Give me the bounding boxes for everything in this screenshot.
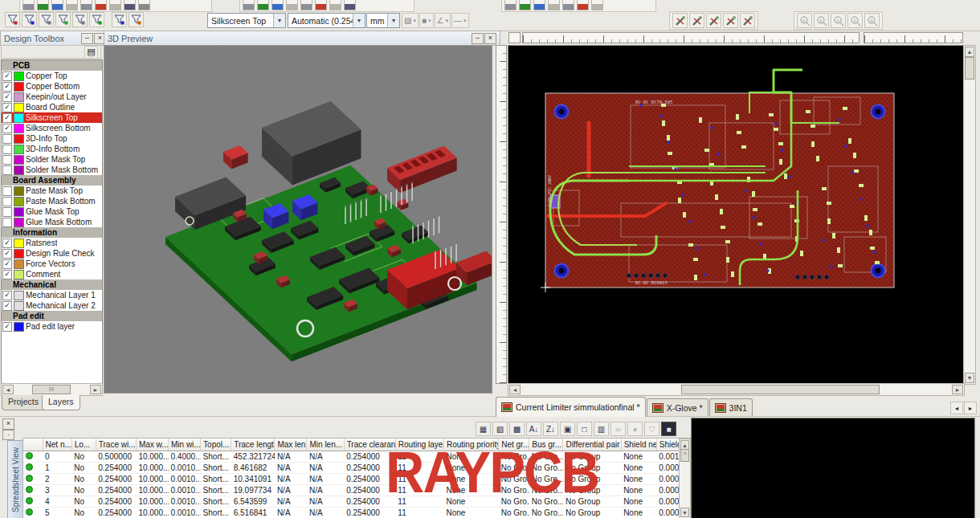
scroll-right-icon[interactable]: ►: [952, 385, 963, 394]
preview-3d-canvas[interactable]: [104, 45, 492, 394]
toolbar-icon[interactable]: [591, 0, 603, 10]
routing-tool-icon[interactable]: [706, 13, 721, 28]
layer-checkbox[interactable]: ✓: [2, 103, 12, 112]
pcb-tab[interactable]: 3IN1: [709, 398, 753, 417]
sort-ascending-icon[interactable]: A↓: [526, 422, 541, 436]
layer-row[interactable]: Paste Mask Bottom: [2, 196, 102, 206]
zoom-tool-icon[interactable]: A: [814, 13, 829, 28]
column-header[interactable]: Trace wi...: [96, 438, 136, 451]
grid-spacing-dropdown[interactable]: Automatic (0.254000 ▾: [288, 13, 365, 28]
toolbar-icon[interactable]: [80, 0, 92, 10]
hscroll-thumb[interactable]: [681, 385, 880, 394]
layer-row[interactable]: 3D-Info Bottom: [2, 144, 102, 154]
pcb-vscrollbar[interactable]: ▲ ▼: [963, 45, 976, 385]
layer-row[interactable]: Solder Mask Top: [2, 154, 102, 165]
layer-row[interactable]: ✓Pad edit layer: [2, 321, 102, 332]
layer-checkbox[interactable]: ✓: [2, 92, 12, 102]
column-header[interactable]: [23, 438, 43, 451]
minimize-icon[interactable]: –: [472, 33, 484, 44]
layer-row[interactable]: ✓Comment: [2, 269, 102, 279]
layer-row[interactable]: ✓Board Outline: [2, 102, 102, 112]
layer-row[interactable]: ✓Copper Top: [2, 71, 102, 81]
layer-checkbox[interactable]: [2, 218, 12, 227]
vscroll-thumb[interactable]: [965, 57, 974, 80]
layer-row[interactable]: ✓Mechanical Layer 2: [2, 300, 102, 311]
column-header[interactable]: Shield net: [621, 438, 656, 451]
copy-icon[interactable]: ▥: [594, 422, 609, 436]
toolbar-icon[interactable]: [22, 0, 35, 10]
tab-projects[interactable]: Projects: [2, 395, 45, 410]
toolbar-icon[interactable]: [109, 0, 121, 10]
table-vscrollbar[interactable]: ▲ ≡ ▼: [679, 438, 691, 518]
routing-tool-icon[interactable]: [740, 13, 755, 28]
toolbar-icon[interactable]: [548, 0, 560, 10]
toolbar-icon[interactable]: [300, 0, 312, 10]
layer-checkbox[interactable]: [2, 165, 12, 175]
layer-row[interactable]: Glue Mask Top: [2, 206, 102, 217]
layer-checkbox[interactable]: ✓: [2, 291, 12, 300]
toolbar-icon[interactable]: [562, 0, 574, 10]
column-header[interactable]: Lo...: [71, 438, 96, 451]
layer-row[interactable]: ✓Silkscreen Bottom: [2, 123, 102, 133]
routing-tool-icon[interactable]: [689, 13, 704, 28]
layer-checkbox[interactable]: [2, 134, 12, 144]
print-preview-icon[interactable]: □: [577, 422, 592, 436]
zoom-tool-icon[interactable]: A: [797, 13, 812, 28]
active-layer-dropdown[interactable]: Silkscreen Top ▾: [207, 13, 286, 28]
layer-row[interactable]: 3D-Info Top: [2, 133, 102, 144]
tab-scroll-right-icon[interactable]: ►: [964, 402, 977, 414]
minimize-icon[interactable]: –: [81, 33, 93, 44]
layer-checkbox[interactable]: ✓: [2, 113, 12, 123]
layer-row[interactable]: ✓Ratsnest: [2, 238, 102, 248]
scroll-up-icon[interactable]: ▲: [965, 47, 974, 57]
routing-tool-icon[interactable]: [672, 13, 688, 28]
filter-icon[interactable]: [129, 12, 144, 27]
layer-checkbox[interactable]: ✓: [2, 301, 12, 311]
toolbar-icon[interactable]: [124, 0, 136, 10]
toolbar-icon[interactable]: [243, 0, 255, 10]
field-chooser-icon[interactable]: ▩: [509, 422, 525, 436]
layer-checkbox[interactable]: [2, 186, 12, 196]
fill-style-dropdown[interactable]: ■▾: [419, 13, 434, 28]
close-icon[interactable]: ×: [2, 418, 14, 430]
line-width-dropdown[interactable]: —▾: [451, 13, 469, 28]
toolbar-icon[interactable]: [577, 0, 589, 10]
pcb-layout-canvas[interactable]: DC-DC DC70-505DC-DC DC60155V05 PIC 2007: [508, 45, 965, 385]
toolbar-icon[interactable]: [344, 0, 356, 10]
print-icon[interactable]: ▣: [560, 422, 575, 436]
zoom-tool-icon[interactable]: A: [864, 13, 880, 28]
toolbar-icon[interactable]: [504, 0, 517, 10]
toolbar-icon[interactable]: [329, 0, 341, 10]
layer-list-hscrollbar[interactable]: ◄ III ►: [1, 383, 103, 396]
layer-row[interactable]: Glue Mask Bottom: [2, 217, 102, 227]
layer-row[interactable]: Paste Mask Top: [2, 186, 102, 196]
column-header[interactable]: Min len...: [307, 438, 344, 451]
scroll-right-icon[interactable]: ►: [90, 385, 101, 394]
layer-checkbox[interactable]: ✓: [2, 322, 12, 332]
toolbar-icon[interactable]: [66, 0, 78, 10]
scroll-down-icon[interactable]: ▼: [680, 508, 689, 517]
toolbar-icon[interactable]: [286, 0, 298, 10]
tab-scroll-left-icon[interactable]: ◄: [950, 402, 963, 414]
card-view-icon[interactable]: ▧: [492, 422, 508, 436]
column-header[interactable]: Max len...: [275, 438, 307, 451]
toolbar-icon[interactable]: [257, 0, 269, 10]
pcb-hscrollbar[interactable]: ◄ ►: [508, 383, 965, 396]
layer-checkbox[interactable]: [2, 197, 12, 206]
toolbar-icon[interactable]: [272, 0, 284, 10]
layer-checkbox[interactable]: ✓: [2, 82, 12, 92]
column-header[interactable]: Topol...: [201, 438, 231, 451]
design-toolbox-titlebar[interactable]: Design Toolbox – ×: [0, 31, 110, 46]
layer-row[interactable]: ✓Silkscreen Top: [2, 112, 102, 123]
column-header[interactable]: Trace length: [231, 438, 275, 451]
filter-icon[interactable]: [22, 12, 37, 27]
preview-titlebar[interactable]: 3D Preview – ×: [104, 31, 500, 46]
vscroll-thumb[interactable]: ≡: [680, 449, 689, 462]
toolbar-icon[interactable]: [519, 0, 531, 10]
filter-icon[interactable]: [55, 12, 71, 27]
layer-row[interactable]: Solder Mask Bottom: [2, 165, 102, 175]
pcb-tab[interactable]: Current Limiter simmulationfinal *: [496, 397, 646, 417]
spreadsheet-side-tab[interactable]: Spreadsheet View: [7, 440, 24, 518]
page-setup-icon[interactable]: ▤: [84, 46, 98, 59]
filter-icon[interactable]: [5, 12, 20, 27]
